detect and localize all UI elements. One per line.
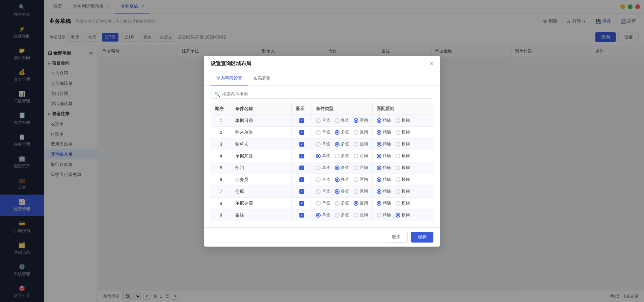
type-single-option[interactable]: 单值 (316, 188, 330, 194)
radio-option[interactable] (377, 177, 381, 182)
type-range-option[interactable]: 区间 (354, 188, 368, 194)
radio-option[interactable] (335, 213, 340, 218)
match-exact-option[interactable]: 精确 (377, 165, 391, 171)
type-multi-option[interactable]: 多值 (335, 129, 349, 135)
radio-option[interactable] (377, 154, 381, 158)
radio-option[interactable] (335, 154, 340, 158)
radio-option[interactable] (396, 189, 400, 194)
dialog-close-button[interactable]: ✕ (429, 60, 433, 67)
radio-option[interactable] (377, 189, 381, 194)
type-range-option[interactable]: 区间 (354, 153, 368, 159)
radio-option[interactable] (377, 130, 381, 135)
radio-option[interactable] (316, 201, 321, 206)
match-exact-option[interactable]: 精确 (377, 129, 391, 135)
radio-option[interactable] (316, 166, 321, 170)
row-show[interactable]: ✓ (292, 175, 312, 185)
radio-option[interactable] (354, 118, 358, 123)
type-multi-option[interactable]: 多值 (335, 212, 349, 218)
match-exact-option[interactable]: 精确 (377, 177, 391, 182)
match-exact-option[interactable]: 精确 (377, 153, 391, 159)
radio-option[interactable] (316, 213, 321, 218)
type-single-option[interactable]: 单值 (316, 118, 330, 123)
type-multi-option[interactable]: 多值 (335, 177, 349, 182)
match-fuzzy-option[interactable]: 模糊 (396, 177, 410, 182)
radio-option[interactable] (396, 118, 400, 123)
radio-option[interactable] (335, 130, 340, 135)
radio-option[interactable] (377, 201, 381, 206)
radio-option[interactable] (396, 213, 400, 218)
radio-option[interactable] (316, 177, 321, 182)
row-show[interactable]: ✓ (292, 186, 312, 197)
row-show[interactable]: ✓ (292, 210, 312, 220)
type-multi-option[interactable]: 多值 (335, 118, 349, 123)
search-input[interactable] (222, 92, 430, 97)
type-range-option[interactable]: 区间 (354, 200, 368, 206)
match-fuzzy-option[interactable]: 模糊 (396, 118, 410, 123)
type-single-option[interactable]: 单值 (316, 141, 330, 147)
type-single-option[interactable]: 单值 (316, 200, 330, 206)
type-single-option[interactable]: 单值 (316, 129, 330, 135)
show-checkbox[interactable]: ✓ (299, 201, 304, 206)
match-exact-option[interactable]: 精确 (377, 141, 391, 147)
type-multi-option[interactable]: 多值 (335, 153, 349, 159)
radio-option[interactable] (335, 142, 340, 147)
radio-option[interactable] (354, 201, 358, 206)
cancel-button[interactable]: 取消 (385, 232, 408, 243)
radio-option[interactable] (354, 166, 358, 170)
type-range-option[interactable]: 区间 (354, 177, 368, 182)
row-show[interactable]: ✓ (292, 163, 312, 173)
radio-option[interactable] (354, 213, 358, 218)
row-show[interactable]: ✓ (292, 127, 312, 137)
radio-option[interactable] (316, 118, 321, 123)
radio-option[interactable] (316, 130, 321, 135)
match-fuzzy-option[interactable]: 模糊 (396, 141, 410, 147)
type-range-option[interactable]: 区间 (354, 141, 368, 147)
radio-option[interactable] (354, 154, 358, 158)
show-checkbox[interactable]: ✓ (299, 213, 304, 218)
type-multi-option[interactable]: 多值 (335, 188, 349, 194)
dialog-overlay[interactable]: 设置查询区域布局 ✕ 查询字段设置 布局调整 🔍 顺序 条件名称 显示 条件类型 (0, 0, 644, 302)
type-range-option[interactable]: 区间 (354, 118, 368, 123)
show-checkbox[interactable]: ✓ (299, 189, 304, 194)
row-show[interactable]: ✓ (292, 151, 312, 161)
match-fuzzy-option[interactable]: 模糊 (396, 200, 410, 206)
radio-option[interactable] (335, 189, 340, 194)
type-single-option[interactable]: 单值 (316, 165, 330, 171)
type-range-option[interactable]: 区间 (354, 165, 368, 171)
dialog-tab-layout[interactable]: 布局调整 (248, 72, 276, 85)
type-single-option[interactable]: 单值 (316, 212, 330, 218)
radio-option[interactable] (335, 166, 340, 170)
radio-option[interactable] (377, 166, 381, 170)
type-single-option[interactable]: 单值 (316, 177, 330, 182)
match-fuzzy-option[interactable]: 模糊 (396, 153, 410, 159)
show-checkbox[interactable]: ✓ (299, 177, 304, 182)
radio-option[interactable] (316, 142, 321, 147)
radio-option[interactable] (377, 213, 381, 218)
match-fuzzy-option[interactable]: 模糊 (396, 165, 410, 171)
match-fuzzy-option[interactable]: 模糊 (396, 212, 410, 218)
match-fuzzy-option[interactable]: 模糊 (396, 129, 410, 135)
radio-option[interactable] (396, 166, 400, 170)
radio-option[interactable] (377, 142, 381, 147)
radio-option[interactable] (396, 142, 400, 147)
type-multi-option[interactable]: 多值 (335, 141, 349, 147)
row-show[interactable]: ✓ (292, 116, 312, 126)
match-exact-option[interactable]: 精确 (377, 118, 391, 123)
radio-option[interactable] (396, 130, 400, 135)
radio-option[interactable] (396, 154, 400, 158)
radio-option[interactable] (354, 177, 358, 182)
match-exact-option[interactable]: 精确 (377, 212, 391, 218)
show-checkbox[interactable]: ✓ (299, 166, 304, 170)
radio-option[interactable] (377, 118, 381, 123)
radio-option[interactable] (316, 189, 321, 194)
save-button[interactable]: 保存 (411, 232, 433, 243)
show-checkbox[interactable]: ✓ (299, 154, 304, 158)
radio-option[interactable] (335, 201, 340, 206)
radio-option[interactable] (316, 154, 321, 158)
match-exact-option[interactable]: 精确 (377, 200, 391, 206)
radio-option[interactable] (354, 130, 358, 135)
type-range-option[interactable]: 区间 (354, 212, 368, 218)
show-checkbox[interactable]: ✓ (299, 142, 304, 147)
show-checkbox[interactable]: ✓ (299, 130, 304, 135)
radio-option[interactable] (396, 177, 400, 182)
